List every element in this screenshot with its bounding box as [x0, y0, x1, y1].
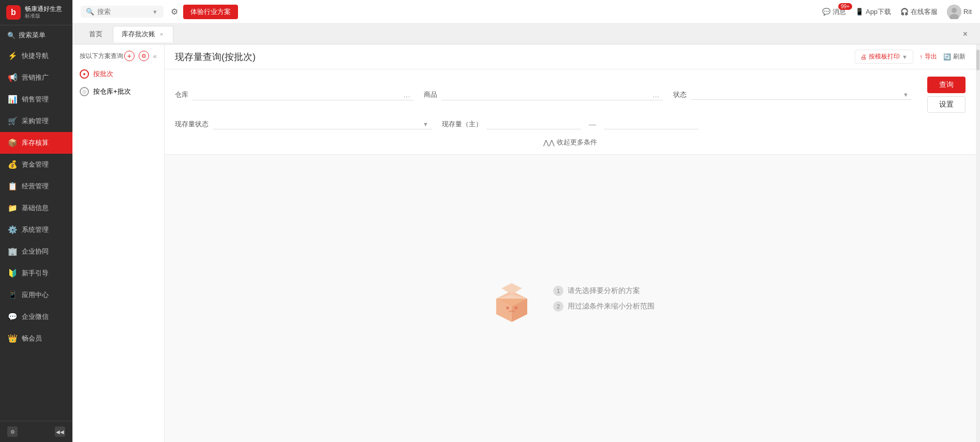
scheme-item-batch[interactable]: ● 按批次 [72, 65, 164, 83]
warehouse-input-wrapper: … [192, 90, 413, 100]
inventory-status-select-wrapper: ▼ [213, 119, 432, 129]
messages-badge: 99+ [838, 3, 852, 10]
tab-inventory-batch-label: 库存批次账 [122, 30, 155, 39]
inventory-status-label: 现存量状态 [175, 120, 209, 129]
sidebar-search[interactable]: 🔍 搜索菜单 [0, 25, 72, 45]
sidebar-item-basic-info[interactable]: 📁基础信息 [0, 197, 72, 219]
product-input-wrapper: … [441, 90, 662, 100]
nav-label-inventory: 库存核算 [22, 138, 49, 148]
sidebar-item-finance[interactable]: 💰资金管理 [0, 154, 72, 175]
quantity-min-input[interactable] [489, 120, 531, 128]
hint-number-1: 1 [553, 286, 563, 296]
settings-btn[interactable]: 设置 [927, 96, 966, 113]
sidebar-item-quick-nav[interactable]: ⚡快捷导航 [0, 45, 72, 67]
status-label: 状态 [673, 90, 687, 99]
nav-icon-system: ⚙️ [7, 225, 18, 234]
collapse-up-icon: ⋀⋀ [543, 139, 555, 146]
product-input[interactable] [444, 91, 650, 98]
topbar-dropdown-arrow-icon[interactable]: ▼ [152, 9, 158, 15]
inventory-status-select[interactable] [216, 120, 421, 128]
tab-home[interactable]: 首页 [81, 26, 111, 42]
warehouse-label: 仓库 [175, 90, 188, 99]
content-area: 按以下方案查询 + ⚙ « ● 按批次 ◎ 按仓库+批次 现存量查询(按批次) [72, 45, 980, 442]
svg-point-1 [952, 8, 957, 13]
main-area: 🔍 ▼ ⚙ 体验行业方案 💬 消息 99+ 📱 App下载 🎧 在线客服 [72, 0, 980, 442]
collapse-more-row[interactable]: ⋀⋀ 收起更多条件 [175, 136, 966, 147]
scheme-item-warehouse-batch[interactable]: ◎ 按仓库+批次 [72, 83, 164, 100]
trial-btn[interactable]: 体验行业方案 [183, 5, 238, 19]
sidebar-item-enterprise-wechat[interactable]: 💬企业微信 [0, 306, 72, 328]
sidebar-scroll-up[interactable]: ⚙ [7, 426, 18, 437]
scheme-inactive-icon: ◎ [80, 87, 89, 96]
print-btn[interactable]: 🖨 按模板打印 ▼ [855, 50, 913, 64]
status-field: 状态 ▼ [673, 90, 912, 100]
tab-inventory-batch[interactable]: 库存批次账 × [113, 26, 173, 42]
page-header-actions: 🖨 按模板打印 ▼ ↑ 导出 🔄 刷新 [855, 50, 966, 64]
quantity-max-input-wrapper [604, 119, 699, 129]
sidebar-scroll-down[interactable]: ◀◀ [55, 426, 65, 437]
sidebar-item-system[interactable]: ⚙️系统管理 [0, 219, 72, 241]
export-btn[interactable]: ↑ 导出 [919, 52, 937, 61]
nav-icon-app-center: 📱 [7, 290, 18, 300]
sidebar-item-inventory[interactable]: 📦库存核算 [0, 132, 72, 154]
collapse-panel-btn[interactable]: « [153, 52, 157, 60]
scheme-settings-btn[interactable]: ⚙ [139, 51, 149, 61]
topbar-search-area[interactable]: 🔍 ▼ [81, 6, 164, 18]
nav-icon-enterprise: 🏢 [7, 247, 18, 256]
tabs-close-all-btn[interactable]: × [959, 27, 972, 41]
tab-close-icon[interactable]: × [158, 31, 165, 38]
warehouse-input[interactable] [196, 91, 401, 98]
nav-label-new-guide: 新手引导 [22, 269, 49, 278]
tab-home-label: 首页 [89, 30, 102, 39]
sidebar-item-app-center[interactable]: 📱应用中心 [0, 284, 72, 306]
sidebar-item-purchase[interactable]: 🛒采购管理 [0, 110, 72, 132]
nav-icon-new-guide: 🔰 [7, 269, 18, 278]
app-download-action[interactable]: 📱 App下载 [855, 7, 891, 17]
sidebar-item-member[interactable]: 👑畅会员 [0, 328, 72, 349]
empty-hint-2-text: 用过滤条件来缩小分析范围 [568, 302, 655, 311]
message-icon: 💬 [822, 8, 830, 16]
right-main: 现存量查询(按批次) 🖨 按模板打印 ▼ ↑ 导出 🔄 刷新 [165, 45, 976, 442]
nav-label-finance: 资金管理 [22, 160, 49, 169]
right-scrollbar[interactable] [976, 45, 980, 442]
empty-hint-1-text: 请先选择要分析的方案 [568, 286, 640, 296]
warehouse-ellipsis-icon[interactable]: … [403, 91, 410, 99]
messages-action[interactable]: 💬 消息 99+ [822, 7, 846, 17]
online-service-action[interactable]: 🎧 在线客服 [900, 7, 938, 17]
topbar-search-icon: 🔍 [86, 8, 94, 16]
sidebar-item-new-guide[interactable]: 🔰新手引导 [0, 262, 72, 284]
sidebar-nav: ⚡快捷导航📢营销推广📊销售管理🛒采购管理📦库存核算💰资金管理📋经营管理📁基础信息… [0, 45, 72, 421]
nav-icon-quick-nav: ⚡ [7, 51, 18, 61]
product-field: 商品 … [424, 90, 662, 100]
add-scheme-btn[interactable]: + [124, 51, 135, 61]
sidebar-item-enterprise[interactable]: 🏢企业协同 [0, 241, 72, 262]
topbar-search-input[interactable] [97, 8, 149, 16]
nav-label-app-center: 应用中心 [22, 290, 49, 300]
refresh-btn[interactable]: 🔄 刷新 [943, 52, 966, 61]
quantity-max-input[interactable] [607, 120, 649, 128]
status-select[interactable] [694, 91, 901, 98]
headset-icon: 🎧 [900, 8, 909, 16]
scheme-batch-label: 按批次 [93, 69, 113, 79]
status-chevron-icon[interactable]: ▼ [903, 92, 909, 98]
quantity-field: 现存量（主） — [442, 119, 699, 129]
app-version: 标准版 [25, 12, 62, 20]
inventory-status-field: 现存量状态 ▼ [175, 119, 432, 129]
topbar-gear-icon[interactable]: ⚙ [171, 7, 178, 17]
nav-label-quick-nav: 快捷导航 [22, 51, 49, 61]
username-label: Rit [963, 8, 972, 16]
nav-label-purchase: 采购管理 [22, 116, 49, 126]
inventory-status-chevron-icon[interactable]: ▼ [423, 121, 428, 127]
sidebar-item-marketing[interactable]: 📢营销推广 [0, 67, 72, 89]
print-dropdown-icon[interactable]: ▼ [902, 54, 908, 60]
query-btn[interactable]: 查询 [927, 77, 966, 93]
user-profile[interactable]: Rit [947, 5, 972, 19]
sidebar-item-sales[interactable]: 📊销售管理 [0, 89, 72, 110]
company-name: 畅康通好生意 [25, 5, 62, 12]
product-ellipsis-icon[interactable]: … [652, 91, 660, 99]
empty-illustration [486, 273, 538, 325]
nav-icon-purchase: 🛒 [7, 116, 18, 126]
export-icon: ↑ [919, 53, 923, 61]
app-download-icon: 📱 [855, 8, 864, 16]
sidebar-item-operations[interactable]: 📋经营管理 [0, 175, 72, 197]
